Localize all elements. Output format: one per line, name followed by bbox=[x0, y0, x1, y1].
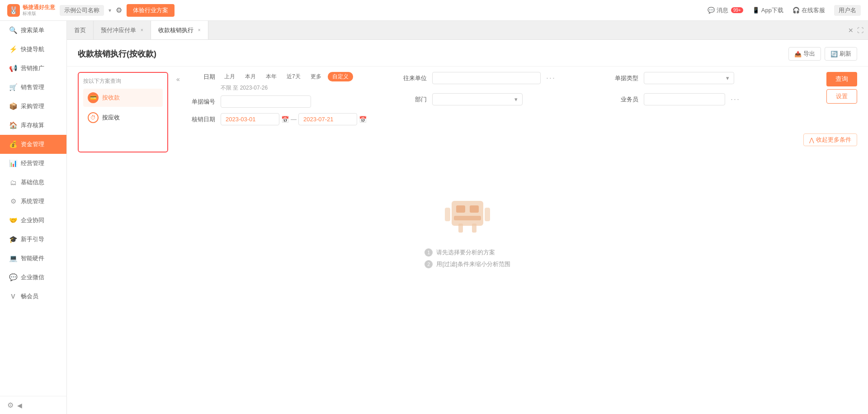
date-range-separator: — bbox=[291, 116, 297, 123]
department-select[interactable]: ▾ bbox=[432, 93, 523, 105]
date-btn-this-year[interactable]: 本年 bbox=[262, 72, 280, 81]
tab-prepay-label: 预付冲应付单 bbox=[101, 26, 136, 34]
svg-rect-7 bbox=[485, 208, 490, 221]
funds-icon: 💰 bbox=[9, 140, 17, 148]
tab-expand-icon[interactable]: ⛶ bbox=[857, 27, 863, 34]
refresh-button[interactable]: 🔄 刷新 bbox=[825, 47, 857, 61]
message-badge: 99+ bbox=[731, 7, 743, 13]
marketing-icon: 📢 bbox=[9, 64, 17, 72]
empty-svg bbox=[440, 185, 495, 239]
inventory-icon: 🏠 bbox=[9, 121, 17, 129]
svg-rect-1 bbox=[456, 205, 465, 213]
app-edition: 标准版 bbox=[23, 11, 55, 16]
sidebar-label-collaboration: 企业协同 bbox=[21, 216, 44, 224]
sidebar-item-member[interactable]: V 畅会员 bbox=[0, 287, 66, 306]
filter-option-by-collection[interactable]: 💳 按收款 bbox=[83, 89, 163, 107]
salesperson-input[interactable] bbox=[644, 93, 725, 105]
verify-date-end-calendar-icon[interactable]: 📅 bbox=[359, 116, 367, 123]
tab-collection[interactable]: 收款核销执行 × bbox=[151, 21, 208, 39]
online-service-button[interactable]: 🎧 在线客服 bbox=[793, 6, 825, 14]
filter-settings-button[interactable]: 设置 bbox=[826, 89, 857, 104]
salesperson-more-icon[interactable]: ··· bbox=[731, 95, 740, 104]
department-label: 部门 bbox=[400, 95, 427, 104]
filter-scheme-panel: 按以下方案查询 💳 按收款 ⏱ 按应收 bbox=[78, 72, 168, 152]
empty-tip-1: 1 请先选择要分析的方案 bbox=[425, 248, 510, 257]
sidebar-item-basic-info[interactable]: 🗂 基础信息 bbox=[0, 173, 66, 192]
sidebar-item-funds[interactable]: 💰 资金管理 bbox=[0, 135, 66, 154]
refresh-icon: 🔄 bbox=[830, 51, 838, 57]
svg-rect-4 bbox=[458, 224, 463, 233]
sidebar-item-marketing[interactable]: 📢 营销推广 bbox=[0, 59, 66, 78]
verify-date-range: 📅 — 📅 bbox=[221, 113, 367, 125]
sidebar-item-quick-nav[interactable]: ⚡ 快捷导航 bbox=[0, 40, 66, 59]
tab-prepay[interactable]: 预付冲应付单 × bbox=[94, 21, 151, 39]
collapse-conditions-button[interactable]: ⋀ 收起更多条件 bbox=[803, 133, 857, 146]
tab-collection-close-icon[interactable]: × bbox=[198, 28, 201, 33]
verify-date-start-input[interactable] bbox=[221, 113, 279, 125]
system-icon: ⚙ bbox=[9, 197, 17, 205]
page-actions: 📤 导出 🔄 刷新 bbox=[788, 47, 857, 61]
doc-no-label: 单据编号 bbox=[188, 98, 215, 106]
query-button[interactable]: 查询 bbox=[826, 72, 857, 86]
export-button[interactable]: 📤 导出 bbox=[788, 47, 821, 61]
tip-text-1: 请先选择要分析的方案 bbox=[436, 248, 495, 257]
verify-date-start-calendar-icon[interactable]: 📅 bbox=[281, 116, 289, 123]
date-shortcuts: 上月 本月 本年 近7天 更多 自定义 bbox=[221, 72, 353, 81]
sidebar-item-collaboration[interactable]: 🤝 企业协同 bbox=[0, 211, 66, 230]
company-chevron-icon[interactable]: ▾ bbox=[108, 7, 111, 14]
user-info[interactable]: 用户名 bbox=[834, 5, 861, 16]
company-selector[interactable]: 示例公司名称 bbox=[60, 5, 104, 16]
sidebar-label-sales: 销售管理 bbox=[21, 83, 44, 91]
sidebar-item-hardware[interactable]: 💻 智能硬件 bbox=[0, 249, 66, 268]
date-btn-custom[interactable]: 自定义 bbox=[328, 72, 353, 81]
sidebar-label-guide: 新手引导 bbox=[21, 235, 44, 243]
date-btn-this-month[interactable]: 本月 bbox=[241, 72, 259, 81]
counterparty-more-icon[interactable]: ··· bbox=[546, 73, 556, 83]
filter-option-label-collection: 按收款 bbox=[102, 94, 120, 102]
settings-gear-icon[interactable]: ⚙ bbox=[116, 6, 122, 14]
app-download-button[interactable]: 📱 App下载 bbox=[752, 6, 783, 14]
empty-state: 1 请先选择要分析的方案 2 用[过滤]条件来缩小分析范围 bbox=[67, 158, 868, 295]
date-btn-7days[interactable]: 近7天 bbox=[283, 72, 304, 81]
collapse-icon: ⋀ bbox=[809, 137, 814, 143]
message-button[interactable]: 💬 消息 99+ bbox=[708, 6, 743, 14]
sidebar-item-system[interactable]: ⚙ 系统管理 bbox=[0, 192, 66, 211]
page-title: 收款核销执行(按收款) bbox=[78, 48, 156, 59]
filter-panel: 按以下方案查询 💳 按收款 ⏱ 按应收 « bbox=[67, 67, 868, 158]
sidebar-item-wechat[interactable]: 💬 企业微信 bbox=[0, 268, 66, 287]
filter-option-icon-receivable: ⏱ bbox=[88, 112, 99, 123]
sidebar-label-hardware: 智能硬件 bbox=[21, 254, 44, 262]
doc-type-label: 单据类型 bbox=[611, 74, 638, 82]
tip-text-2: 用[过滤]条件来缩小分析范围 bbox=[436, 260, 510, 268]
counterparty-label: 往来单位 bbox=[400, 74, 427, 82]
logo: 🐰 畅捷通好生意 标准版 bbox=[7, 4, 55, 17]
sidebar-label-wechat: 企业微信 bbox=[21, 273, 44, 281]
date-btn-last-month[interactable]: 上月 bbox=[221, 72, 239, 81]
doc-type-chevron-icon: ▾ bbox=[726, 75, 729, 81]
filter-option-by-receivable[interactable]: ⏱ 按应收 bbox=[83, 109, 163, 127]
date-label: 日期 bbox=[188, 73, 215, 81]
counterparty-input[interactable] bbox=[432, 72, 541, 84]
sidebar-item-operations[interactable]: 📊 经营管理 bbox=[0, 154, 66, 173]
sidebar-settings-icon[interactable]: ⚙ bbox=[7, 401, 14, 409]
tab-home[interactable]: 首页 bbox=[67, 21, 94, 39]
doc-type-select[interactable]: ▾ bbox=[644, 72, 734, 84]
date-btn-more[interactable]: 更多 bbox=[307, 72, 325, 81]
headset-icon: 🎧 bbox=[793, 7, 800, 14]
verify-date-end-input[interactable] bbox=[298, 113, 357, 125]
sidebar-item-inventory[interactable]: 🏠 库存核算 bbox=[0, 116, 66, 135]
sidebar-label-operations: 经营管理 bbox=[21, 159, 44, 167]
filter-collapse-button[interactable]: « bbox=[174, 72, 183, 152]
tab-prepay-close-icon[interactable]: × bbox=[141, 28, 143, 33]
doc-no-input[interactable] bbox=[221, 95, 311, 108]
filter-row-salesperson: 业务员 ··· bbox=[611, 93, 816, 105]
filter-option-icon-collection: 💳 bbox=[88, 92, 99, 103]
sidebar-item-purchase[interactable]: 📦 采购管理 bbox=[0, 97, 66, 116]
sidebar-item-sales[interactable]: 🛒 销售管理 bbox=[0, 78, 66, 97]
sidebar-item-guide[interactable]: 🎓 新手引导 bbox=[0, 230, 66, 249]
sidebar-bottom: ⚙ ◀ bbox=[0, 396, 66, 414]
tab-close-all-icon[interactable]: ✕ bbox=[848, 27, 854, 34]
sidebar-collapse-icon[interactable]: ◀ bbox=[17, 402, 22, 409]
solution-button[interactable]: 体验行业方案 bbox=[127, 4, 175, 17]
sidebar-item-search[interactable]: 🔍 搜索菜单 bbox=[0, 21, 66, 40]
